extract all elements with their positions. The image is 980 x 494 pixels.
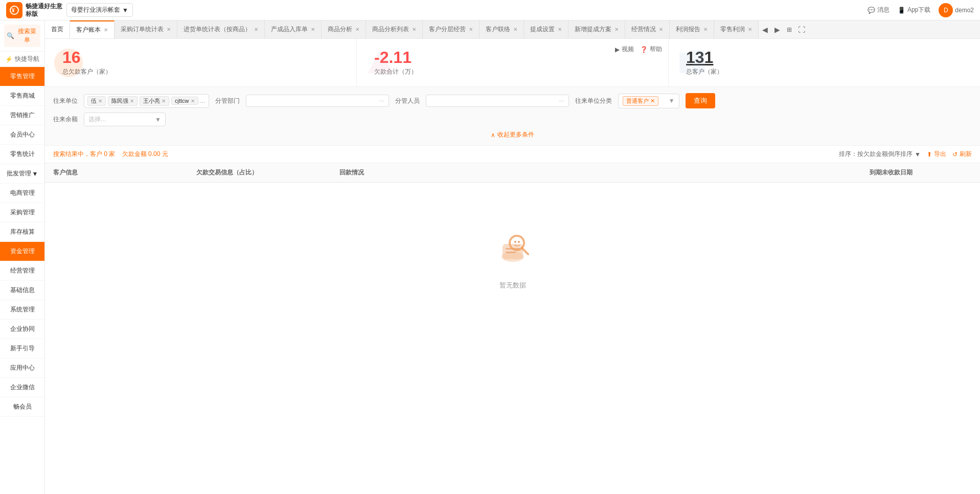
sidebar-item-retail-mall[interactable]: 零售商城: [0, 86, 44, 106]
unit-filter-label: 往来单位: [53, 97, 78, 105]
tab-close-customers[interactable]: ✕: [104, 27, 108, 33]
tab-close-production-inbound[interactable]: ✕: [311, 27, 315, 32]
svg-point-14: [518, 241, 520, 243]
sidebar-item-wholesale[interactable]: 批发管理 ▼: [0, 164, 44, 184]
refresh-btn[interactable]: ↺ 刷新: [952, 150, 972, 159]
sidebar-item-inventory[interactable]: 库存核算: [0, 222, 44, 242]
tab-more-btn[interactable]: ⊞: [783, 20, 795, 39]
tab-close-inbound-stats[interactable]: ✕: [254, 27, 258, 32]
tab-profit-report[interactable]: 利润报告 ✕: [670, 20, 714, 39]
data-table: 客户信息 欠款交易信息（占比） 回款情况 到期未收款日期: [45, 163, 980, 331]
unit-class-tag-close[interactable]: ✕: [650, 98, 655, 104]
person-filter-input[interactable]: ···: [426, 95, 569, 107]
search-icon: 🔍: [7, 32, 14, 39]
tab-fullscreen-btn[interactable]: ⛶: [795, 20, 808, 39]
sidebar-item-operations[interactable]: 经营管理: [0, 261, 44, 281]
tab-customer-contact[interactable]: 客户联络 ✕: [480, 20, 524, 39]
balance-filter-label: 往来余额: [53, 115, 78, 124]
top-bar-right: 💬 消息 📱 App下载 D demo2: [868, 3, 974, 17]
svg-point-2: [54, 49, 83, 77]
tab-close-retail-profit[interactable]: ✕: [748, 27, 752, 32]
tab-home[interactable]: 首页: [45, 20, 70, 39]
tab-raise-settings[interactable]: 提成设置 ✕: [524, 20, 568, 39]
tab-next-btn[interactable]: ▶: [771, 20, 783, 39]
filter-area: 往来单位 伍 ✕ 陈民强 ✕ 王小亮 ✕: [45, 87, 980, 146]
content-area: 首页 客户账本 ✕ 采购订单统计表 ✕ 进货单统计表（按商品） ✕ 产成品入库单…: [45, 20, 980, 494]
sidebar-item-basic-info[interactable]: 基础信息: [0, 281, 44, 300]
filter-tag-close-2[interactable]: ✕: [130, 98, 134, 104]
sidebar-item-member[interactable]: 会员中心: [0, 125, 44, 145]
stat-card-total: 131 总客户（家）: [669, 39, 980, 86]
balance-filter-select[interactable]: 选择... ▼: [84, 113, 166, 126]
help-btn[interactable]: ❓ 帮助: [640, 45, 662, 54]
sidebar-item-system[interactable]: 系统管理: [0, 300, 44, 320]
svg-text:¥: ¥: [60, 55, 69, 71]
video-btn[interactable]: ▶ 视频: [615, 45, 634, 54]
tab-business-status[interactable]: 经营情况 ✕: [625, 20, 670, 39]
filter-more-btn[interactable]: ...: [200, 97, 206, 104]
app-download-btn[interactable]: 📱 App下载: [898, 6, 930, 14]
tab-prev-btn[interactable]: ◀: [759, 20, 771, 39]
tab-close-product-analysis-list[interactable]: ✕: [412, 27, 416, 32]
tab-inbound-stats[interactable]: 进货单统计表（按商品） ✕: [177, 20, 265, 39]
tab-customer-segments[interactable]: 客户分层经营 ✕: [423, 20, 480, 39]
help-icon: ❓: [640, 46, 648, 53]
tab-production-inbound[interactable]: 产成品入库单 ✕: [265, 20, 322, 39]
filter-tag-close-3[interactable]: ✕: [162, 98, 166, 104]
tab-close-new-plan[interactable]: ✕: [614, 27, 619, 32]
sidebar-item-finance[interactable]: 资金管理: [0, 242, 44, 261]
export-btn[interactable]: ⬆ 导出: [927, 150, 946, 159]
tab-customers[interactable]: 客户账本 ✕: [70, 20, 115, 39]
tab-purchase-orders[interactable]: 采购订单统计表 ✕: [115, 20, 177, 39]
arrow-icon: ▼: [32, 170, 38, 177]
dept-filter-input[interactable]: ···: [246, 95, 389, 107]
table-col-3: 回款情况: [339, 168, 870, 177]
filter-tag-close-4[interactable]: ✕: [191, 98, 195, 104]
tab-close-business-status[interactable]: ✕: [659, 27, 663, 32]
tab-close-customer-segments[interactable]: ✕: [469, 27, 473, 32]
filter-tag-2: 陈民强 ✕: [108, 96, 138, 106]
unit-class-label: 往来单位分类: [575, 97, 612, 105]
stats-row: ¥ 16 总欠款客户（家） -2.11 欠款合计（万）: [45, 39, 980, 87]
tab-product-analysis-list[interactable]: 商品分析列表 ✕: [366, 20, 423, 39]
collapse-btn[interactable]: ∧ 收起更多条件: [53, 130, 972, 139]
tab-close-customer-contact[interactable]: ✕: [513, 27, 517, 32]
sidebar-item-retail[interactable]: 零售管理: [0, 67, 44, 86]
chevron-down-icon-4: ▼: [915, 151, 921, 158]
sidebar-item-retail-stats[interactable]: 零售统计: [0, 145, 44, 164]
table-col-4: 到期未收款日期: [870, 168, 972, 177]
sidebar-item-enterprise[interactable]: 企业协同: [0, 320, 44, 339]
sidebar-item-enterprise-wechat[interactable]: 企业微信: [0, 378, 44, 397]
stat-card-arrears: -2.11 欠款合计（万） ▶ 视频 ❓ 帮助: [357, 39, 669, 86]
tab-close-profit-report[interactable]: ✕: [703, 27, 708, 32]
unit-class-select[interactable]: 普通客户 ✕ ▼: [618, 94, 679, 108]
chevron-down-icon-2: ▼: [669, 97, 675, 104]
filter-row-2: 往来余额 选择... ▼: [53, 113, 972, 126]
tab-close-product-analysis[interactable]: ✕: [355, 27, 359, 32]
user-avatar[interactable]: D demo2: [939, 3, 974, 17]
sidebar-item-purchase[interactable]: 采购管理: [0, 203, 44, 222]
sidebar-item-ecommerce[interactable]: 电商管理: [0, 184, 44, 203]
filter-tag-close-1[interactable]: ✕: [98, 98, 102, 104]
sidebar-item-app-center[interactable]: 应用中心: [0, 358, 44, 378]
stat-actions: ▶ 视频 ❓ 帮助: [615, 45, 662, 54]
tab-product-analysis[interactable]: 商品分析 ✕: [322, 20, 366, 39]
result-actions: 排序：按欠款金额倒序排序 ▼ ⬆ 导出 ↺ 刷新: [839, 150, 972, 159]
sidebar-item-vip[interactable]: 畅会员: [0, 397, 44, 417]
tab-new-plan[interactable]: 新增提成方案 ✕: [568, 20, 625, 39]
search-menu-btn[interactable]: 🔍 搜索菜单: [4, 25, 40, 47]
tab-close-purchase-orders[interactable]: ✕: [167, 27, 171, 32]
result-text: 搜索结果中，客户 0 家 欠款金额 0.00 元: [53, 150, 168, 159]
unit-filter-tags[interactable]: 伍 ✕ 陈民强 ✕ 王小亮 ✕ cjttcw ✕: [84, 94, 209, 108]
result-info: 搜索结果中，客户 0 家 欠款金额 0.00 元 排序：按欠款金额倒序排序 ▼ …: [45, 146, 980, 163]
quick-nav-btn[interactable]: ⚡ 快捷导航: [0, 52, 44, 67]
tab-close-raise-settings[interactable]: ✕: [558, 27, 562, 32]
message-btn[interactable]: 💬 消息: [868, 6, 890, 14]
sidebar-item-guide[interactable]: 新手引导: [0, 339, 44, 358]
tab-retail-profit[interactable]: 零售利润 ✕: [714, 20, 759, 39]
logo-area: ¥ 畅捷通好生意 标版: [6, 2, 62, 18]
sort-select[interactable]: 排序：按欠款金额倒序排序 ▼: [839, 150, 921, 159]
query-btn[interactable]: 查询: [686, 93, 715, 108]
account-selector[interactable]: 母婴行业演示帐套 ▼: [66, 3, 133, 17]
sidebar-item-marketing[interactable]: 营销推广: [0, 106, 44, 125]
